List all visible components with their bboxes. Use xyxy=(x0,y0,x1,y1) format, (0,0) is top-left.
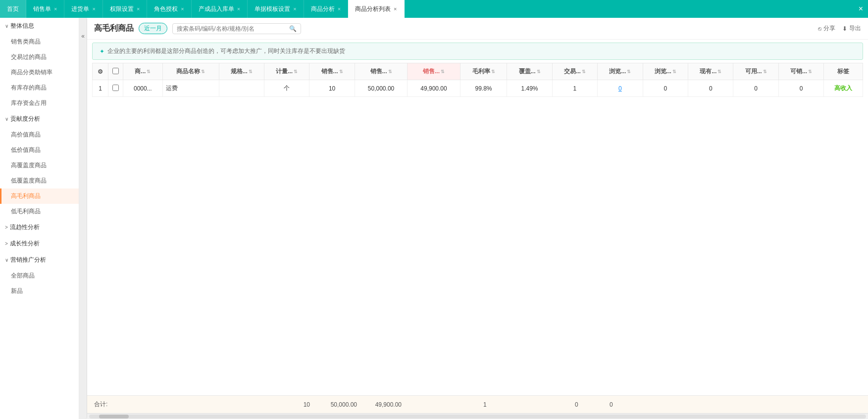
footer-cell: 10 xyxy=(292,401,321,408)
cell-transaction: 1 xyxy=(552,80,597,97)
sidebar-section-trend[interactable]: > 流趋性分析 xyxy=(0,219,79,235)
nav-product-analysis-list[interactable]: 商品分析列表 × xyxy=(348,0,404,18)
nav-sales-order[interactable]: 销售单 × xyxy=(26,0,64,18)
footer-cell xyxy=(148,401,178,408)
close-role-auth[interactable]: × xyxy=(181,6,184,12)
close-product-analysis-list[interactable]: × xyxy=(394,6,397,12)
sidebar-section-overview[interactable]: ∨ 整体信息 xyxy=(0,18,79,34)
col-transaction[interactable]: 交易...⇅ xyxy=(552,63,597,80)
cell-unit: 个 xyxy=(264,80,309,97)
col-gross-rate[interactable]: 毛利率⇅ xyxy=(460,63,507,80)
nav-role-auth[interactable]: 角色授权 × xyxy=(147,0,191,18)
close-template-settings[interactable]: × xyxy=(293,6,296,12)
col-coverage[interactable]: 覆盖...⇅ xyxy=(507,63,552,80)
footer-cell xyxy=(133,401,148,408)
sidebar-section-growth[interactable]: > 成长性分析 xyxy=(0,235,79,252)
sidebar-item-low-margin[interactable]: 低毛利商品 xyxy=(0,204,79,219)
header-actions: ⎋ 分享 ⬇ 导出 xyxy=(818,24,861,33)
sidebar-item-high-value[interactable]: 高价值商品 xyxy=(0,127,79,142)
cell-sellable: 0 xyxy=(778,80,823,97)
footer-cells: 1050,000.0049,900.00100 xyxy=(117,401,861,408)
tip-text: 企业的主要的利润都是这部分商品创造的，可考虑加大推广，同时关注库存是不要出现缺货 xyxy=(107,47,345,55)
col-unit[interactable]: 计量...⇅ xyxy=(264,63,309,80)
sidebar-toggle[interactable]: « xyxy=(79,18,87,419)
cell-num: 1 xyxy=(93,80,108,97)
close-permission-settings[interactable]: × xyxy=(137,6,140,12)
col-spec[interactable]: 规格...⇅ xyxy=(219,63,264,80)
col-browse2[interactable]: 浏览...⇅ xyxy=(643,63,688,80)
sidebar-item-new-goods[interactable]: 新品 xyxy=(0,283,79,299)
col-sales-amt[interactable]: 销售...⇅ xyxy=(355,63,407,80)
close-sales-order[interactable]: × xyxy=(54,6,57,12)
nav-template-settings[interactable]: 单据模板设置 × xyxy=(248,0,304,18)
cell-checkbox[interactable] xyxy=(108,80,123,97)
sidebar-section-marketing[interactable]: ∨ 营销推广分析 xyxy=(0,252,79,268)
nav-purchase-order[interactable]: 进货单 × xyxy=(64,0,102,18)
col-sales-qty[interactable]: 销售...⇅ xyxy=(309,63,355,80)
row-checkbox[interactable] xyxy=(112,85,119,91)
close-purchase-order[interactable]: × xyxy=(92,6,95,12)
cell-current-stock: 0 xyxy=(688,80,733,97)
footer-cell xyxy=(529,401,559,408)
sidebar-item-low-value[interactable]: 低价值商品 xyxy=(0,142,79,158)
col-name[interactable]: 商品名称⇅ xyxy=(162,63,219,80)
cell-tag: 高收入 xyxy=(824,80,863,97)
nav-product-inbound[interactable]: 产成品入库单 × xyxy=(192,0,248,18)
col-code[interactable]: 商...⇅ xyxy=(123,63,163,80)
content-header: 高毛利商品 近一月 🔍 ⎋ 分享 ⬇ 导出 xyxy=(87,18,868,40)
footer-cell: 50,000.00 xyxy=(321,401,366,408)
sidebar-item-high-coverage[interactable]: 高覆盖度商品 xyxy=(0,158,79,173)
nav-product-analysis[interactable]: 商品分析 × xyxy=(304,0,348,18)
cell-sales-amt: 50,000.00 xyxy=(355,80,407,97)
close-all-tabs[interactable]: × xyxy=(859,4,863,13)
arrow-marketing: ∨ xyxy=(5,257,8,263)
bottom-scrollbar[interactable] xyxy=(87,413,868,419)
footer-cell: 0 xyxy=(594,401,628,408)
share-icon: ⎋ xyxy=(818,25,821,32)
sidebar-item-category-sales-rate[interactable]: 商品分类助销率 xyxy=(0,65,79,80)
sidebar-item-stock-capital[interactable]: 库存资金占用 xyxy=(0,95,79,111)
cell-gross-rate: 99.8% xyxy=(460,80,507,97)
nav-home[interactable]: 首页 xyxy=(0,0,26,18)
period-button[interactable]: 近一月 xyxy=(139,23,167,34)
footer-cell xyxy=(500,401,529,408)
cell-coverage: 1.49% xyxy=(507,80,552,97)
sidebar-item-all-goods[interactable]: 全部商品 xyxy=(0,268,79,283)
col-available[interactable]: 可用...⇅ xyxy=(733,63,778,80)
cell-name: 运费 xyxy=(162,80,219,97)
col-checkbox xyxy=(108,63,123,80)
sidebar-section-contribution[interactable]: ∨ 贡献度分析 xyxy=(0,111,79,127)
cell-code: 0000... xyxy=(123,80,163,97)
sidebar-item-stock-goods[interactable]: 有库存的商品 xyxy=(0,80,79,95)
arrow-overview: ∨ xyxy=(5,23,8,29)
nav-permission-settings[interactable]: 权限设置 × xyxy=(103,0,147,18)
footer-cell xyxy=(663,401,693,408)
arrow-contribution: ∨ xyxy=(5,116,8,122)
scroll-thumb[interactable] xyxy=(99,415,129,419)
search-input[interactable] xyxy=(177,25,289,32)
cell-sales-cost: 49,900.00 xyxy=(408,80,460,97)
sidebar-item-low-coverage[interactable]: 低覆盖度商品 xyxy=(0,173,79,188)
col-settings[interactable]: ⚙ xyxy=(93,63,108,80)
export-button[interactable]: ⬇ 导出 xyxy=(842,24,861,33)
search-icon[interactable]: 🔍 xyxy=(289,25,297,32)
scroll-track xyxy=(89,415,866,419)
footer-cell xyxy=(237,401,267,408)
col-sales-cost[interactable]: 销售...⇅ xyxy=(408,63,460,80)
close-product-inbound[interactable]: × xyxy=(237,6,240,12)
col-current-stock[interactable]: 现有...⇅ xyxy=(688,63,733,80)
close-product-analysis[interactable]: × xyxy=(338,6,341,12)
sidebar-item-high-margin[interactable]: 高毛利商品 xyxy=(0,188,79,204)
tip-bar: ✦ 企业的主要的利润都是这部分商品创造的，可考虑加大推广，同时关注库存是不要出现… xyxy=(92,43,863,60)
footer-cell: 49,900.00 xyxy=(366,401,410,408)
tip-icon: ✦ xyxy=(100,48,104,55)
share-button[interactable]: ⎋ 分享 xyxy=(818,24,835,33)
cell-browse1[interactable]: 0 xyxy=(598,80,643,97)
select-all-checkbox[interactable] xyxy=(112,68,119,74)
footer-cell xyxy=(410,401,440,408)
col-browse1[interactable]: 浏览...⇅ xyxy=(598,63,643,80)
data-table-container: ⚙ 商...⇅ 商品名称⇅ 规格...⇅ 计量...⇅ xyxy=(87,63,868,395)
sidebar-item-sales-goods[interactable]: 销售类商品 xyxy=(0,34,79,49)
col-sellable[interactable]: 可销...⇅ xyxy=(778,63,823,80)
sidebar-item-traded-goods[interactable]: 交易过的商品 xyxy=(0,49,79,65)
